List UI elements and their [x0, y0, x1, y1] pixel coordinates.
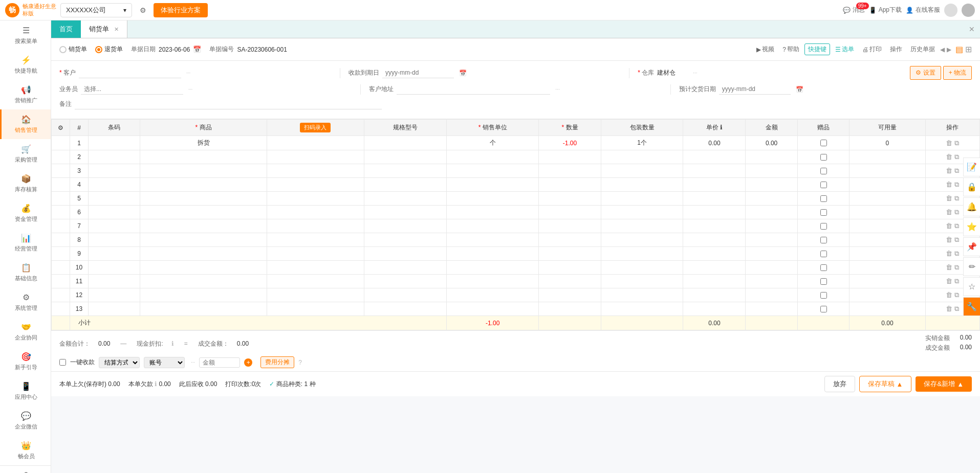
copy-icon-1[interactable]: ⧉ — [954, 139, 959, 147]
td-packqty-1[interactable]: 1个 — [601, 136, 683, 150]
gift-checkbox-13[interactable] — [820, 306, 827, 312]
radio-sales[interactable]: 销货单 — [59, 45, 87, 54]
delete-icon-1[interactable]: 🗑 — [946, 139, 952, 147]
delete-icon-4[interactable]: 🗑 — [946, 181, 952, 189]
float-btn-4[interactable]: ⭐ — [963, 217, 980, 236]
list-view-icon[interactable]: ▤ — [955, 44, 963, 54]
td-quantity-1[interactable]: -1.00 — [539, 136, 601, 150]
scan-btn[interactable]: 扫码录入 — [300, 123, 331, 132]
order-no-value[interactable]: SA-20230606-001 — [237, 46, 287, 53]
sidebar-item-inventory[interactable]: 📦 库存核算 — [0, 169, 51, 198]
float-btn-1[interactable]: 📝 — [963, 157, 980, 176]
shortcut-btn[interactable]: 快捷键 — [804, 43, 830, 55]
address-dots[interactable]: ··· — [555, 86, 559, 92]
date-value[interactable]: 2023-06-06 — [159, 46, 190, 53]
td-amount-1[interactable]: 0.00 — [746, 136, 797, 150]
delivery-input[interactable] — [719, 84, 791, 95]
gift-checkbox-12[interactable] — [820, 292, 827, 299]
help-btn[interactable]: ? 帮助 — [779, 44, 802, 55]
avatar[interactable] — [944, 4, 957, 17]
warehouse-dots[interactable]: ··· — [693, 70, 697, 76]
sidebar-item-system[interactable]: ⚙ 系统管理 — [0, 287, 51, 317]
company-selector[interactable]: XXXXXX公司 ▾ — [60, 3, 132, 17]
gift-checkbox-7[interactable] — [820, 223, 827, 230]
fee-help-icon[interactable]: ? — [298, 359, 302, 366]
gift-checkbox-4[interactable] — [820, 182, 827, 188]
next-icon[interactable]: ▶ — [947, 46, 951, 53]
calendar3-icon[interactable]: 📅 — [796, 86, 803, 93]
account-select[interactable]: 账号 — [144, 357, 185, 368]
gift-checkbox-3[interactable] — [820, 168, 827, 174]
fee-split-btn[interactable]: 费用分摊 — [260, 356, 294, 368]
sidebar-item-quicknav[interactable]: ⚡ 快捷导航 — [0, 50, 51, 80]
one-click-checkbox[interactable] — [59, 359, 66, 366]
tab-sales-order[interactable]: 销货单 ✕ — [81, 20, 127, 38]
customer-dots[interactable]: ··· — [186, 70, 190, 76]
sidebar-settings[interactable]: ⚙ — [0, 466, 51, 473]
add-payment-btn[interactable]: + — [244, 358, 252, 367]
sidebar-item-sales[interactable]: 🏠 销售管理 — [0, 109, 51, 139]
delete-icon-8[interactable]: 🗑 — [946, 236, 952, 244]
print-btn[interactable]: 🖨 打印 — [859, 44, 885, 55]
customer-input[interactable] — [79, 67, 181, 78]
float-btn-7[interactable]: ☆ — [963, 277, 980, 296]
sidebar-item-operation[interactable]: 📊 经营管理 — [0, 228, 51, 258]
settings-btn[interactable]: ⚙ 设置 — [910, 66, 941, 80]
gift-checkbox-6[interactable] — [820, 209, 827, 216]
sidebar-item-appstore[interactable]: 📱 应用中心 — [0, 376, 51, 406]
gift-checkbox-5[interactable] — [820, 195, 827, 202]
remark-input[interactable] — [75, 99, 382, 109]
video-btn[interactable]: ▶ 视频 — [753, 44, 777, 55]
delete-icon-2[interactable]: 🗑 — [946, 153, 952, 161]
delete-icon-13[interactable]: 🗑 — [946, 305, 952, 313]
copy-icon-5[interactable]: ⧉ — [954, 194, 959, 202]
settlement-select[interactable]: 结算方式 — [99, 357, 140, 368]
delete-icon-5[interactable]: 🗑 — [946, 194, 952, 202]
trial-button[interactable]: 体验行业方案 — [154, 3, 208, 17]
address-input[interactable] — [397, 84, 550, 95]
calendar-icon[interactable]: 📅 — [193, 46, 201, 53]
delete-icon-3[interactable]: 🗑 — [946, 167, 952, 175]
settings-icon[interactable]: ⚙ — [136, 4, 149, 17]
copy-icon-12[interactable]: ⧉ — [954, 291, 959, 299]
td-spec-1[interactable] — [364, 136, 447, 150]
discard-btn[interactable]: 放弃 — [824, 376, 855, 392]
grid-view-icon[interactable]: ⊞ — [965, 44, 972, 54]
sidebar-item-enterprise[interactable]: 🤝 企业协同 — [0, 317, 51, 347]
online-service-btn[interactable]: 👤 在线客服 — [906, 6, 940, 14]
float-btn-6[interactable]: ✏ — [963, 257, 980, 276]
select-btn[interactable]: ☰ 选单 — [832, 44, 857, 55]
copy-icon-8[interactable]: ⧉ — [954, 236, 959, 244]
copy-icon-9[interactable]: ⧉ — [954, 250, 959, 258]
operation-btn[interactable]: 操作 — [887, 44, 905, 55]
delete-icon-12[interactable]: 🗑 — [946, 291, 952, 299]
copy-icon-13[interactable]: ⧉ — [954, 305, 959, 313]
tab-close-icon[interactable]: ✕ — [114, 26, 119, 32]
radio-return[interactable]: 退货单 — [95, 45, 123, 54]
history-btn[interactable]: 历史单据 — [907, 44, 938, 55]
float-btn-2[interactable]: 🔒 — [963, 177, 980, 196]
close-icon[interactable]: ✕ — [969, 25, 975, 33]
th-settings[interactable]: ⚙ — [52, 120, 70, 136]
gift-checkbox-8[interactable] — [820, 237, 827, 243]
account-dots[interactable]: ··· — [191, 359, 195, 365]
float-btn-8[interactable]: 🔧 — [963, 297, 980, 316]
gift-checkbox-1[interactable] — [820, 140, 827, 146]
sidebar-item-finance[interactable]: 💰 资金管理 — [0, 198, 51, 228]
gift-checkbox-9[interactable] — [820, 251, 827, 257]
sidebar-item-purchase[interactable]: 🛒 采购管理 — [0, 139, 51, 169]
copy-icon-3[interactable]: ⧉ — [954, 167, 959, 175]
sidebar-item-member[interactable]: 👑 畅会员 — [0, 436, 51, 465]
td-product-1[interactable]: 拆货 — [140, 136, 267, 150]
gift-checkbox-10[interactable] — [820, 264, 827, 271]
save-draft-btn[interactable]: 保存草稿 ▲ — [859, 376, 912, 392]
discount-info-icon[interactable]: ℹ — [171, 340, 174, 347]
salesperson-dots[interactable]: ··· — [188, 86, 192, 92]
app-download-btn[interactable]: 📱 App下载 — [869, 6, 902, 14]
payment-amount-input[interactable] — [199, 357, 240, 368]
float-btn-5[interactable]: 📌 — [963, 237, 980, 256]
gift-checkbox-2[interactable] — [820, 154, 827, 161]
copy-icon-7[interactable]: ⧉ — [954, 222, 959, 230]
copy-icon-6[interactable]: ⧉ — [954, 208, 959, 216]
float-btn-3[interactable]: 🔔 — [963, 197, 980, 216]
